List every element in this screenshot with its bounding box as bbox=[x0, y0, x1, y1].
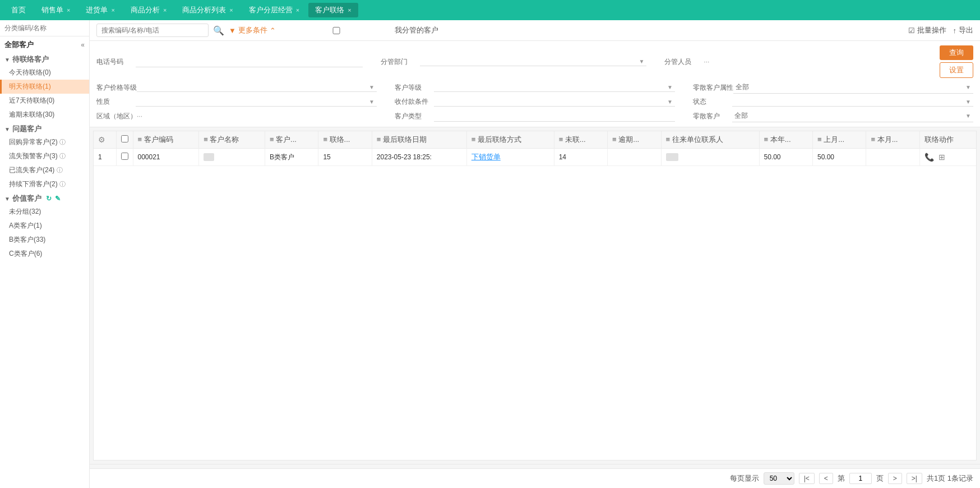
row-checkbox[interactable] bbox=[121, 153, 128, 160]
last-method-link[interactable]: 下销货单 bbox=[471, 153, 501, 161]
th-no-contact-label: ≡ 未联... bbox=[559, 135, 586, 145]
content-area: 🔍 ▼ 更多条件 ⌃ 我分管的客户 ☑ 批量操作 ↑ 导出 bbox=[90, 20, 980, 488]
filter-status-select[interactable]: ▼ bbox=[732, 98, 973, 107]
sidebar-item-class-c[interactable]: C类客户(6) bbox=[0, 247, 89, 261]
sidebar-collapse-icon[interactable]: « bbox=[81, 41, 85, 49]
filter-customer-type: 客户类型 bbox=[395, 111, 675, 122]
search-input[interactable] bbox=[96, 24, 209, 37]
sidebar-item-week-contact[interactable]: 近7天待联络(0) bbox=[0, 94, 89, 108]
total-label: 共1页 1条记录 bbox=[927, 473, 973, 484]
select-all-checkbox[interactable] bbox=[121, 135, 128, 142]
sidebar-item-overdue-contact[interactable]: 逾期未联络(30) bbox=[0, 108, 89, 122]
horizontal-scrollbar[interactable] bbox=[90, 464, 980, 468]
filter-customer-level-label: 客户等级 bbox=[395, 83, 434, 93]
nav-customer-tier[interactable]: 客户分层经营 × bbox=[242, 3, 306, 17]
th-contact-person: ≡ 往来单位联系人 bbox=[661, 131, 759, 149]
sidebar-item-class-a[interactable]: A类客户(1) bbox=[0, 219, 89, 233]
sidebar-item-today-contact[interactable]: 今天待联络(0) bbox=[0, 66, 89, 80]
sidebar-item-repurchase-abnormal[interactable]: 回购异常客户(2) ⓘ bbox=[0, 135, 89, 149]
nav-sales-order[interactable]: 销售单 × bbox=[35, 3, 77, 17]
nav-close-customer-tier[interactable]: × bbox=[296, 7, 299, 13]
sidebar-item-tomorrow-contact[interactable]: 明天待联络(1) bbox=[0, 80, 89, 94]
contact-person-blurred: xxx bbox=[666, 153, 678, 161]
filter-retail-customer-select[interactable]: 全部 ▼ bbox=[732, 110, 973, 122]
more-conditions-button[interactable]: ▼ 更多条件 ⌃ bbox=[229, 25, 276, 35]
value-edit-icon[interactable]: ✎ bbox=[55, 195, 61, 202]
settings-button[interactable]: 设置 bbox=[940, 62, 973, 78]
filter-dept-select[interactable]: ▼ bbox=[420, 57, 647, 66]
nav-close-purchase[interactable]: × bbox=[111, 7, 114, 13]
nav-home[interactable]: 首页 bbox=[4, 3, 33, 17]
filter-person: 分管人员 ··· bbox=[664, 57, 931, 67]
nav-close-product-list[interactable]: × bbox=[229, 7, 233, 13]
th-overdue-label: ≡ 逾期... bbox=[612, 135, 639, 145]
top-navigation: 首页 销售单 × 进货单 × 商品分析 × 商品分析列表 × 客户分层经营 × … bbox=[0, 0, 980, 20]
sidebar-item-churned[interactable]: 已流失客户(24) ⓘ bbox=[0, 163, 89, 177]
table-area: ⚙ ≡ 客户编码 ≡ 客户名称 bbox=[93, 131, 977, 461]
th-code: ≡ 客户编码 bbox=[133, 131, 199, 149]
table-header-row: ⚙ ≡ 客户编码 ≡ 客户名称 bbox=[94, 131, 976, 149]
first-page-button[interactable]: |< bbox=[799, 473, 815, 484]
customer-level-caret-icon: ▼ bbox=[667, 84, 673, 90]
filter-customer-type-input[interactable] bbox=[434, 111, 675, 122]
grid-action-icon[interactable]: ⊞ bbox=[939, 153, 945, 162]
filter-nature-select[interactable]: ▼ bbox=[136, 98, 377, 107]
group-problem-customers: ▼ 问题客户 bbox=[0, 122, 89, 135]
th-last-method-label: ≡ 最后联络方式 bbox=[471, 135, 521, 145]
nav-close-product-analysis[interactable]: × bbox=[163, 7, 167, 13]
nav-close-customer-contact[interactable]: × bbox=[348, 7, 351, 13]
retail-caret-icon: ▼ bbox=[965, 84, 971, 90]
pagination: 每页显示 50 100 200 |< < 第 页 > >| 共1页 1条记录 bbox=[90, 468, 980, 488]
nav-product-analysis-list[interactable]: 商品分析列表 × bbox=[175, 3, 239, 17]
cell-this-month bbox=[866, 149, 919, 166]
filter-phone-input[interactable] bbox=[136, 57, 363, 67]
sidebar-item-declining[interactable]: 持续下滑客户(2) ⓘ bbox=[0, 177, 89, 191]
export-button[interactable]: ↑ 导出 bbox=[953, 25, 974, 35]
cell-contacts: 15 bbox=[318, 149, 372, 166]
sidebar-item-ungrouped[interactable]: 未分组(32) bbox=[0, 205, 89, 219]
th-type: ≡ 客户... bbox=[265, 131, 318, 149]
th-last-month-label: ≡ 上月... bbox=[817, 135, 844, 145]
search-button-icon[interactable]: 🔍 bbox=[213, 25, 224, 36]
my-customers-check[interactable] bbox=[280, 27, 392, 34]
cell-no-contact: 14 bbox=[554, 149, 607, 166]
page-number-input[interactable] bbox=[849, 473, 872, 484]
value-refresh-icon[interactable]: ↻ bbox=[46, 195, 52, 202]
filter-retail-label: 零散客户属性 bbox=[693, 83, 733, 93]
th-this-month-label: ≡ 本月... bbox=[871, 135, 898, 145]
customer-name-blurred: Ea bbox=[204, 153, 214, 161]
last-page-button[interactable]: >| bbox=[907, 473, 922, 484]
filter-row-4: 区域（地区） ··· 客户类型 零散客户 全部 ▼ bbox=[96, 110, 973, 122]
bulk-operation-button[interactable]: ☑ 批量操作 bbox=[908, 25, 946, 35]
page-size-select[interactable]: 50 100 200 bbox=[764, 472, 794, 485]
nav-close-sales[interactable]: × bbox=[67, 7, 70, 13]
nav-purchase-order[interactable]: 进货单 × bbox=[79, 3, 121, 17]
filter-payment-select[interactable]: ▼ bbox=[434, 98, 675, 107]
table-body: 1 000021 Ea B类客户 15 2023-05-23 18:25: 下销… bbox=[94, 149, 976, 166]
prev-page-button[interactable]: < bbox=[819, 473, 833, 484]
cell-actions: 📞 ⊞ bbox=[919, 149, 976, 166]
filter-dept: 分管部门 ▼ bbox=[381, 57, 647, 67]
filter-customer-type-label: 客户类型 bbox=[395, 112, 434, 121]
phone-action-icon[interactable]: 📞 bbox=[924, 153, 934, 162]
sidebar-item-class-b[interactable]: B类客户(33) bbox=[0, 233, 89, 247]
nav-customer-contact[interactable]: 客户联络 × bbox=[308, 3, 358, 17]
filter-customer-level-select[interactable]: ▼ bbox=[434, 83, 675, 92]
cell-type: B类客户 bbox=[265, 149, 318, 166]
cell-last-method: 下销货单 bbox=[466, 149, 554, 166]
gear-icon[interactable]: ⚙ bbox=[98, 135, 105, 144]
filter-payment: 收付款条件 ▼ bbox=[395, 97, 675, 107]
filter-region-dots[interactable]: ··· bbox=[137, 112, 142, 120]
query-button[interactable]: 查询 bbox=[940, 45, 973, 60]
filter-person-dots[interactable]: ··· bbox=[704, 58, 709, 66]
filter-price-select[interactable]: ▼ bbox=[137, 83, 377, 92]
th-this-month: ≡ 本月... bbox=[866, 131, 919, 149]
filter-retail-select[interactable]: 全部 ▼ bbox=[733, 81, 973, 94]
sidebar-item-churn-warning[interactable]: 流失预警客户(3) ⓘ bbox=[0, 149, 89, 163]
cell-name: Ea bbox=[199, 149, 265, 166]
next-page-button[interactable]: > bbox=[888, 473, 902, 484]
filter-row-3: 性质 ▼ 收付款条件 ▼ 状态 bbox=[96, 97, 973, 107]
my-customers-checkbox[interactable]: 我分管的客户 bbox=[280, 25, 438, 35]
nav-product-analysis[interactable]: 商品分析 × bbox=[124, 3, 173, 17]
sidebar-search-input[interactable] bbox=[4, 24, 89, 32]
